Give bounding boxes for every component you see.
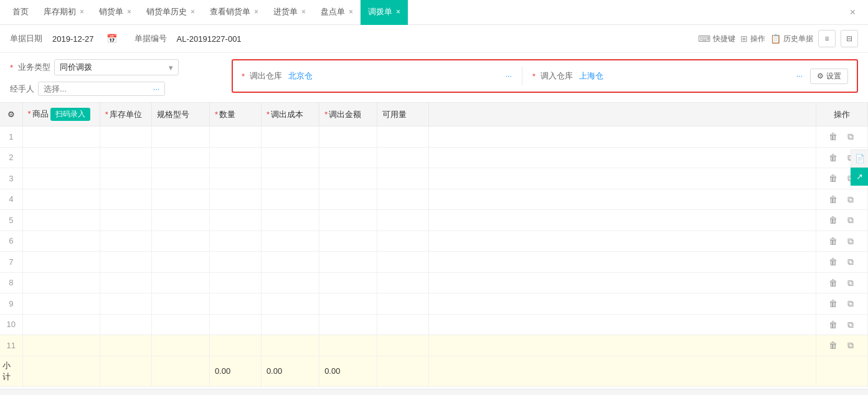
tab-inventory-init[interactable]: 库存期初 ×: [36, 0, 92, 25]
warehouse-out-more-icon[interactable]: ···: [506, 72, 512, 80]
cell-spec[interactable]: [151, 314, 209, 335]
cell-unit[interactable]: [100, 168, 151, 189]
operation-action[interactable]: ⊞ 操作: [740, 34, 765, 44]
cell-qty[interactable]: [209, 147, 261, 168]
cell-qty[interactable]: [209, 272, 261, 293]
cell-product[interactable]: [22, 210, 100, 231]
cell-spec[interactable]: [151, 293, 209, 315]
tab-inventory-check[interactable]: 盘点单 ×: [313, 0, 361, 25]
copy-icon[interactable]: ⧉: [844, 235, 857, 247]
cell-spec[interactable]: [151, 252, 209, 273]
cell-amount[interactable]: [319, 335, 377, 356]
cell-qty[interactable]: [209, 168, 261, 189]
tab-purchase-order[interactable]: 进货单 ×: [266, 0, 313, 25]
tab-close-sales-history[interactable]: ×: [191, 8, 195, 16]
cell-available[interactable]: [377, 126, 429, 148]
close-window-button[interactable]: ×: [842, 7, 863, 18]
cell-product[interactable]: [22, 189, 100, 210]
cell-spec[interactable]: [151, 231, 209, 252]
cell-product[interactable]: [22, 126, 100, 148]
copy-icon[interactable]: ⧉: [844, 277, 857, 289]
cell-spec[interactable]: [151, 189, 209, 210]
cell-spec[interactable]: [151, 168, 209, 189]
cell-cost[interactable]: [261, 210, 319, 231]
delete-icon[interactable]: 🗑: [827, 277, 839, 289]
copy-icon[interactable]: ⧉: [844, 214, 857, 227]
cell-product[interactable]: [22, 335, 100, 356]
cell-cost[interactable]: [261, 168, 319, 189]
copy-icon[interactable]: ⧉: [844, 340, 857, 352]
business-type-dropdown[interactable]: 同价调拨 ▾: [54, 59, 179, 75]
cell-amount[interactable]: [319, 147, 377, 168]
cell-qty[interactable]: [209, 126, 261, 148]
delete-icon[interactable]: 🗑: [827, 235, 839, 247]
cell-cost[interactable]: [261, 335, 319, 356]
cell-amount[interactable]: [319, 293, 377, 315]
delete-icon[interactable]: 🗑: [827, 214, 839, 226]
delete-icon[interactable]: 🗑: [827, 130, 839, 143]
cell-qty[interactable]: [209, 189, 261, 210]
cell-amount[interactable]: [319, 126, 377, 148]
handler-more-icon[interactable]: ···: [153, 85, 159, 93]
delete-icon[interactable]: 🗑: [827, 318, 839, 331]
cell-available[interactable]: [377, 210, 429, 231]
cell-available[interactable]: [377, 168, 429, 189]
tab-sales-order[interactable]: 销货单 ×: [92, 0, 139, 25]
float-expand-button[interactable]: ↗: [851, 168, 868, 186]
cell-product[interactable]: [22, 293, 100, 315]
horizontal-scrollbar[interactable]: [0, 389, 868, 395]
cell-available[interactable]: [377, 189, 429, 210]
cell-available[interactable]: [377, 314, 429, 335]
history-action[interactable]: 📋 历史单据: [770, 34, 813, 44]
cell-cost[interactable]: [261, 252, 319, 273]
cell-spec[interactable]: [151, 126, 209, 148]
delete-icon[interactable]: 🗑: [827, 151, 839, 164]
tab-close-purchase-order[interactable]: ×: [301, 8, 306, 16]
cell-cost[interactable]: [261, 272, 319, 293]
cell-available[interactable]: [377, 252, 429, 273]
cell-qty[interactable]: [209, 210, 261, 231]
cell-amount[interactable]: [319, 252, 377, 273]
cell-qty[interactable]: [209, 252, 261, 273]
cell-amount[interactable]: [319, 231, 377, 252]
cell-unit[interactable]: [100, 272, 151, 293]
delete-icon[interactable]: 🗑: [827, 172, 839, 184]
cell-available[interactable]: [377, 147, 429, 168]
scan-button[interactable]: 扫码录入: [50, 108, 90, 121]
handler-dropdown[interactable]: ···: [38, 82, 165, 96]
tab-close-inventory-init[interactable]: ×: [80, 8, 84, 16]
cell-amount[interactable]: [319, 168, 377, 189]
cell-available[interactable]: [377, 335, 429, 356]
cell-product[interactable]: [22, 314, 100, 335]
tab-home[interactable]: 首页: [5, 0, 36, 25]
cell-qty[interactable]: [209, 335, 261, 356]
cell-unit[interactable]: [100, 335, 151, 356]
cell-unit[interactable]: [100, 293, 151, 315]
cell-qty[interactable]: [209, 231, 261, 252]
grid-view-button[interactable]: ⊟: [841, 30, 858, 47]
cell-spec[interactable]: [151, 272, 209, 293]
tab-sales-history[interactable]: 销货单历史 ×: [139, 0, 202, 25]
cell-cost[interactable]: [261, 126, 319, 148]
delete-icon[interactable]: 🗑: [827, 339, 839, 351]
delete-icon[interactable]: 🗑: [827, 255, 839, 268]
cell-amount[interactable]: [319, 272, 377, 293]
copy-icon[interactable]: ⧉: [844, 193, 857, 206]
cell-unit[interactable]: [100, 231, 151, 252]
cell-product[interactable]: [22, 168, 100, 189]
cell-spec[interactable]: [151, 210, 209, 231]
list-view-button[interactable]: ≡: [818, 30, 836, 47]
cell-unit[interactable]: [100, 314, 151, 335]
cell-cost[interactable]: [261, 189, 319, 210]
cell-product[interactable]: [22, 231, 100, 252]
cell-unit[interactable]: [100, 189, 151, 210]
copy-icon[interactable]: ⧉: [844, 318, 857, 331]
cell-amount[interactable]: [319, 189, 377, 210]
copy-icon[interactable]: ⧉: [844, 298, 857, 310]
copy-icon[interactable]: ⧉: [844, 131, 857, 143]
delete-icon[interactable]: 🗑: [827, 297, 839, 310]
setting-button[interactable]: ⚙ 设置: [810, 69, 848, 84]
delete-icon[interactable]: 🗑: [827, 193, 839, 206]
warehouse-in-more-icon[interactable]: ···: [796, 72, 803, 80]
cell-unit[interactable]: [100, 252, 151, 273]
